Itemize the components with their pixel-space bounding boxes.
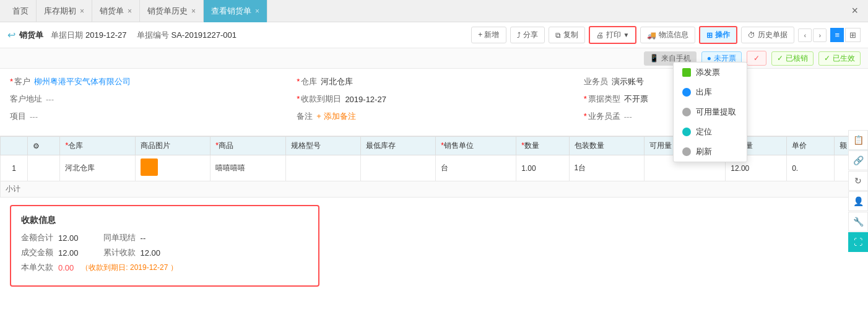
row-settings	[28, 155, 60, 181]
logistics-icon: 🚚	[647, 31, 656, 40]
customer-value[interactable]: 柳州粤港平安气体有限公司	[34, 76, 131, 87]
dropdown-item-avail-extract[interactable]: 可用量提取	[674, 102, 747, 122]
right-icon-6[interactable]: ⛶	[848, 232, 868, 252]
tool-icon: 🔧	[853, 217, 864, 227]
copy-button[interactable]: ⧉ 复制	[549, 27, 585, 43]
clipboard-icon: 📋	[853, 135, 864, 145]
address-field: 客户地址 ---	[10, 93, 284, 105]
check-icon: ✓	[753, 54, 760, 63]
history-button[interactable]: ⏱ 历史单据	[741, 27, 794, 43]
owed-value: 0.00	[58, 263, 74, 272]
doc-number-label: 单据编号	[137, 30, 169, 41]
right-icon-4[interactable]: 👤	[848, 191, 868, 211]
outbound-label: 出库	[696, 87, 712, 98]
doc-title-text: 销货单	[19, 30, 43, 41]
avail-extract-label: 可用量提取	[696, 106, 736, 118]
share-button[interactable]: ⤴ 分享	[510, 27, 545, 43]
expand-icon: ⛶	[854, 237, 862, 247]
dropdown-item-outbound[interactable]: 出库	[674, 82, 747, 102]
tab-view-sales-label: 查看销货单	[211, 6, 251, 17]
col-min-stock: 最低库存	[360, 137, 435, 155]
owed-label: 本单欠款	[21, 262, 53, 273]
subtotal-row: 小计	[1, 181, 868, 198]
operation-button[interactable]: ⊞ 操作	[699, 26, 737, 44]
tab-sales-order-close[interactable]: ×	[128, 7, 132, 15]
operation-dropdown-menu: 添发票 出库 可用量提取 定位 刷新	[673, 62, 747, 162]
row-image	[135, 155, 210, 181]
refresh-round-icon: ↻	[854, 176, 862, 186]
notes-field: 备注 + 添加备注	[297, 111, 571, 122]
copy-icon: ⧉	[555, 31, 561, 40]
dropdown-item-add-invoice[interactable]: 添发票	[674, 63, 747, 82]
deal-value: 12.00	[58, 248, 79, 258]
tab-view-sales[interactable]: 查看销货单 ×	[204, 0, 267, 22]
doc-date-label: 单据日期	[51, 30, 83, 41]
new-button[interactable]: + 新增	[471, 27, 506, 43]
col-spec: 规格型号	[285, 137, 360, 155]
due-date-note: （收款到期日: 2019-12-27 ）	[81, 263, 177, 273]
effect-button[interactable]: ✓ 已生效	[818, 51, 861, 66]
customer-field: 客户 柳州粤港平安气体有限公司	[10, 76, 284, 87]
address-label: 客户地址	[10, 93, 42, 105]
dropdown-item-refresh[interactable]: 刷新	[674, 142, 747, 162]
toolbar-actions: + 新增 ⤴ 分享 ⧉ 复制 🖨 打印 ▼ 🚚 物流信息	[471, 26, 861, 44]
payment-date-value: 2019-12-27	[345, 95, 386, 104]
invoice-value: 不开票	[624, 93, 648, 105]
operation-grid-icon: ⊞	[706, 31, 713, 40]
outbound-icon	[682, 88, 691, 97]
prev-arrow[interactable]: ‹	[798, 28, 812, 42]
tab-home[interactable]: 首页	[5, 0, 37, 22]
customer-label: 客户	[10, 76, 30, 87]
tab-view-sales-close[interactable]: ×	[255, 7, 259, 15]
logistics-button[interactable]: 🚚 物流信息	[640, 27, 695, 43]
cumulative-label: 累计收款	[103, 247, 136, 258]
col-num	[1, 137, 28, 155]
project-value: ---	[30, 112, 38, 121]
total-value: 12.00	[58, 233, 79, 243]
col-settings: ⚙	[28, 137, 60, 155]
history-label: 历史单据	[758, 30, 788, 40]
invoice-status-icon: ●	[707, 54, 711, 63]
col-product: *商品	[210, 137, 285, 155]
refresh-label: 刷新	[696, 146, 712, 157]
right-icon-2[interactable]: 🔗	[848, 150, 868, 170]
add-invoice-label: 添发票	[696, 67, 720, 78]
col-warehouse: *仓库	[60, 137, 135, 155]
right-icon-5[interactable]: 🔧	[848, 212, 868, 232]
logistics-label: 物流信息	[659, 30, 688, 40]
project-label: 项目	[10, 111, 26, 122]
product-image	[141, 158, 158, 176]
tab-bar: 首页 库存期初 × 销货单 × 销货单历史 × 查看销货单 × ×	[0, 0, 868, 22]
col-pack: 包装数量	[569, 137, 644, 155]
row-spec	[285, 155, 360, 181]
dropdown-item-locate[interactable]: 定位	[674, 122, 747, 142]
right-icon-1[interactable]: 📋	[848, 130, 868, 150]
list-view-icon[interactable]: ≡	[830, 28, 844, 42]
add-invoice-icon	[682, 68, 691, 77]
grid-view-icon[interactable]: ⊞	[845, 28, 861, 42]
copy-label: 复制	[563, 30, 578, 40]
tab-sales-history[interactable]: 销货单历史 ×	[140, 0, 204, 22]
cancel-button[interactable]: ✓ 已核销	[771, 51, 814, 66]
phone-icon: 📱	[649, 54, 659, 63]
print-icon: 🖨	[596, 31, 604, 40]
tab-inventory-init-close[interactable]: ×	[80, 7, 84, 15]
tab-sales-order[interactable]: 销货单 ×	[92, 0, 140, 22]
right-icon-3[interactable]: ↻	[848, 171, 868, 191]
next-arrow[interactable]: ›	[813, 28, 827, 42]
col-image: 商品图片	[135, 137, 210, 155]
payment-date-field: 收款到期日 2019-12-27	[297, 93, 571, 105]
salesperson-label: 业务员孟	[584, 111, 620, 122]
person-icon: 👤	[853, 196, 864, 206]
doc-date-field: 单据日期 2019-12-27	[51, 30, 127, 41]
print-button[interactable]: 🖨 打印 ▼	[589, 26, 637, 44]
payment-date-label: 收款到期日	[297, 93, 341, 105]
tab-bar-close-button[interactable]: ×	[846, 4, 863, 17]
tab-inventory-init[interactable]: 库存期初 ×	[37, 0, 92, 22]
same-order-label: 同单现结	[103, 232, 136, 243]
check-icon-button[interactable]: ✓	[747, 51, 766, 66]
add-notes-button[interactable]: + 添加备注	[316, 111, 355, 122]
doc-title-area: ↩ 销货单	[7, 29, 43, 41]
subtotal-label: 小计	[1, 181, 868, 198]
tab-sales-history-close[interactable]: ×	[191, 7, 196, 15]
